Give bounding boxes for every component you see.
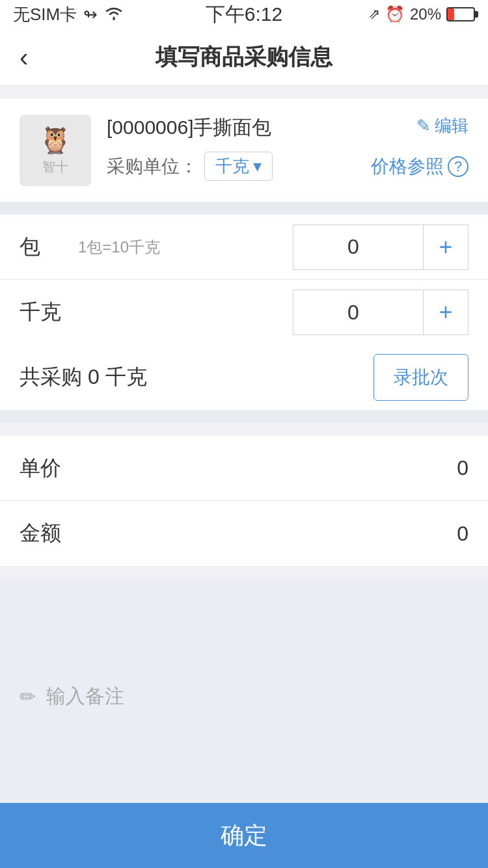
- price-section: 单价 0 金额 0: [0, 436, 488, 566]
- product-name: [0000006]手撕面包: [107, 115, 271, 141]
- product-header: [0000006]手撕面包 ✎ 编辑: [107, 115, 468, 141]
- unit-label: 采购单位： 千克 ▾: [107, 152, 273, 181]
- total-row: 共采购 0 千克 录批次: [0, 345, 488, 410]
- remark-placeholder: ✏ 输入备注: [20, 683, 124, 710]
- battery-icon: [446, 7, 475, 21]
- kg-input-row: 千克 +: [0, 280, 488, 345]
- amount-label: 金额: [20, 519, 61, 548]
- total-text: 共采购 0 千克: [20, 363, 147, 392]
- edit-icon: ✎: [416, 116, 431, 136]
- unit-value: 千克: [215, 155, 249, 178]
- section-divider-2: [0, 410, 488, 423]
- kg-input[interactable]: [293, 290, 423, 335]
- total-unit: 千克: [105, 365, 147, 388]
- bag-plus-button[interactable]: +: [423, 224, 468, 270]
- page-title: 填写商品采购信息: [156, 42, 332, 72]
- battery-percent: 20%: [410, 5, 441, 23]
- price-reference-btn[interactable]: 价格参照 ?: [371, 154, 468, 179]
- kg-label: 千克: [20, 298, 72, 327]
- status-bar-left: 无SIM卡 ↬: [13, 3, 124, 26]
- bag-input-row: 包 1包=10千克 +: [0, 215, 488, 280]
- unit-select-dropdown[interactable]: 千克 ▾: [204, 152, 273, 181]
- amount-value: 0: [457, 522, 468, 546]
- unit-price-value: 0: [457, 456, 468, 480]
- total-amount: 0: [88, 365, 100, 388]
- unit-prefix: 采购单位：: [107, 154, 198, 179]
- bag-input[interactable]: [293, 224, 423, 270]
- chevron-down-icon: ▾: [253, 156, 262, 176]
- bag-input-wrap: +: [293, 224, 468, 270]
- kg-input-wrap: +: [293, 290, 468, 335]
- back-button[interactable]: ‹: [20, 44, 28, 70]
- section-divider-1: [0, 202, 488, 215]
- input-section: 包 1包=10千克 + 千克 +: [0, 215, 488, 345]
- edit-label: 编辑: [435, 115, 468, 137]
- price-ref-label: 价格参照: [371, 154, 444, 179]
- location-icon: ⇗: [368, 6, 380, 23]
- product-card: 🦉 智十 [0000006]手撕面包 ✎ 编辑 采购单位： 千克 ▾ 价格参照 …: [0, 99, 488, 202]
- confirm-button[interactable]: 确定: [0, 803, 488, 868]
- product-logo-text: 智十: [39, 158, 72, 176]
- wifi-icon: ↬: [83, 5, 98, 25]
- product-logo-icon: 🦉: [39, 125, 72, 156]
- nav-bar: ‹ 填写商品采购信息: [0, 29, 488, 86]
- info-icon: ?: [448, 156, 468, 177]
- status-bar-time: 下午6:12: [206, 1, 282, 28]
- product-image: 🦉 智十: [20, 115, 91, 186]
- bag-sub-label: 1包=10千克: [78, 237, 160, 258]
- kg-plus-button[interactable]: +: [423, 290, 468, 335]
- remark-section[interactable]: ✏ 输入备注: [0, 579, 488, 813]
- status-bar-right: ⇗ ⏰ 20%: [368, 5, 475, 23]
- unit-price-row: 单价 0: [0, 436, 488, 501]
- record-batch-button[interactable]: 录批次: [373, 354, 468, 401]
- wifi-signal-icon: [104, 5, 124, 25]
- product-info: [0000006]手撕面包 ✎ 编辑 采购单位： 千克 ▾ 价格参照 ?: [107, 115, 468, 181]
- product-unit-row: 采购单位： 千克 ▾ 价格参照 ?: [107, 152, 468, 181]
- bag-label: 包: [20, 233, 72, 262]
- status-bar: 无SIM卡 ↬ 下午6:12 ⇗ ⏰ 20%: [0, 0, 488, 29]
- pencil-icon: ✏: [20, 685, 36, 708]
- edit-button[interactable]: ✎ 编辑: [416, 115, 468, 137]
- remark-placeholder-text: 输入备注: [46, 683, 124, 710]
- total-prefix: 共采购: [20, 365, 82, 388]
- unit-price-label: 单价: [20, 454, 61, 483]
- alarm-icon: ⏰: [385, 5, 405, 23]
- carrier-text: 无SIM卡: [13, 3, 77, 26]
- amount-row: 金额 0: [0, 501, 488, 566]
